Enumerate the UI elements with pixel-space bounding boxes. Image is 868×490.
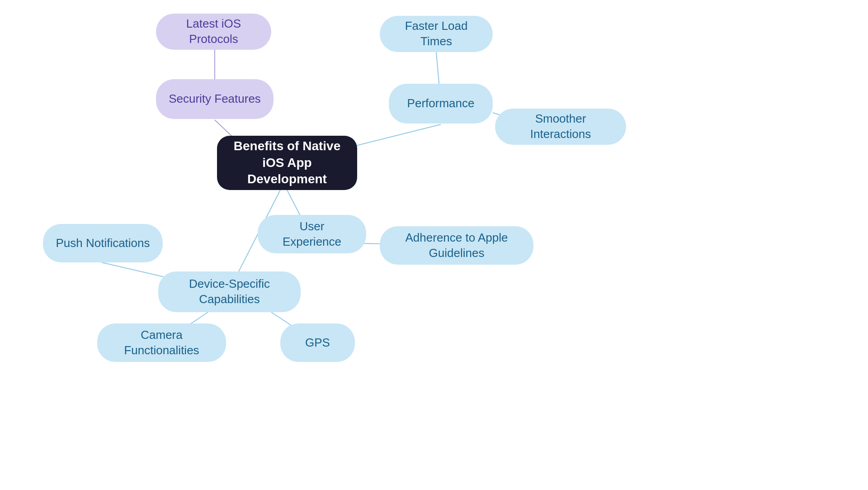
latest-ios-node[interactable]: Latest iOS Protocols xyxy=(156,14,271,50)
latest-ios-label: Latest iOS Protocols xyxy=(169,16,259,47)
device-capabilities-node[interactable]: Device-Specific Capabilities xyxy=(158,271,301,312)
smoother-interactions-label: Smoother Interactions xyxy=(508,111,613,142)
center-label: Benefits of Native iOS App Development xyxy=(230,138,344,187)
adherence-node[interactable]: Adherence to Apple Guidelines xyxy=(380,226,533,265)
device-capabilities-label: Device-Specific Capabilities xyxy=(171,276,288,307)
push-notifications-node[interactable]: Push Notifications xyxy=(43,224,163,262)
gps-label: GPS xyxy=(305,335,330,351)
adherence-label: Adherence to Apple Guidelines xyxy=(392,230,521,261)
security-features-label: Security Features xyxy=(169,91,261,107)
center-node[interactable]: Benefits of Native iOS App Development xyxy=(217,136,357,190)
push-notifications-label: Push Notifications xyxy=(56,236,150,251)
gps-node[interactable]: GPS xyxy=(280,323,355,362)
camera-functionalities-node[interactable]: Camera Functionalities xyxy=(97,323,226,362)
user-experience-node[interactable]: User Experience xyxy=(258,215,366,253)
security-features-node[interactable]: Security Features xyxy=(156,79,274,119)
camera-label: Camera Functionalities xyxy=(110,328,213,358)
performance-label: Performance xyxy=(407,96,475,111)
faster-load-node[interactable]: Faster Load Times xyxy=(380,16,493,52)
user-experience-label: User Experience xyxy=(270,219,354,250)
performance-node[interactable]: Performance xyxy=(389,84,493,124)
faster-load-label: Faster Load Times xyxy=(392,19,480,49)
smoother-interactions-node[interactable]: Smoother Interactions xyxy=(495,109,626,145)
